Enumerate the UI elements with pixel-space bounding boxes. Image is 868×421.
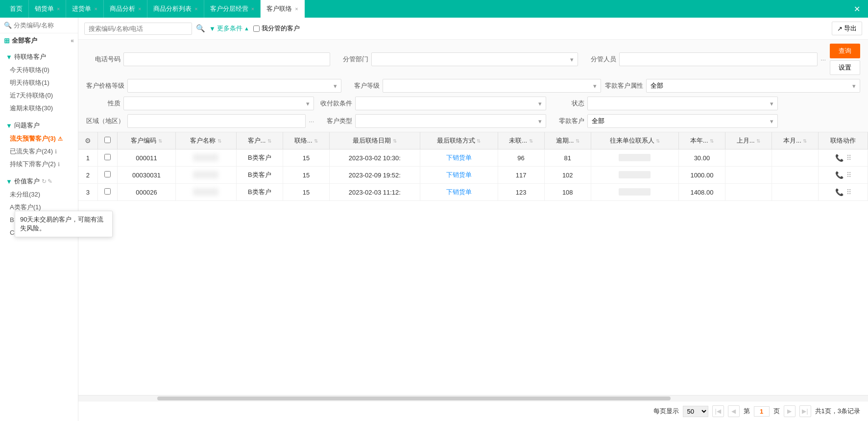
sidebar-item-churn-warning[interactable]: 流失预警客户(3) ⚠ [0,132,78,145]
customer-type-select[interactable]: ▾ [355,114,546,128]
last-page-btn[interactable]: ▶| [799,405,811,417]
filter-actions: 查询 设置 [830,44,860,75]
col-year-amount[interactable]: 本年... ⇅ [678,132,725,149]
dept-select[interactable]: ▾ [371,52,578,66]
close-sales-tab[interactable]: × [57,6,60,12]
col-last-month[interactable]: 上月... ⇅ [725,132,772,149]
tab-customer-layer[interactable]: 客户分层经营 × [204,0,261,18]
action-contact-icon[interactable]: 📞 [835,188,844,196]
my-customers-checkbox-label[interactable]: 我分管的客户 [253,24,300,33]
phone-input[interactable] [123,52,330,66]
row-select-checkbox[interactable] [104,171,111,177]
col-last-method[interactable]: 最后联络方式 ⇅ [420,132,498,149]
per-page-select[interactable]: 50 100 200 [683,406,708,417]
price-level-select[interactable]: ▾ [127,79,341,93]
col-type[interactable]: 客户... ⇅ [236,132,283,149]
row-checkbox[interactable] [97,149,117,167]
value-group-label: 价值客户 [14,177,40,186]
next-page-btn[interactable]: ▶ [784,405,796,417]
col-contact-person[interactable]: 往来单位联系人 ⇅ [591,132,678,149]
action-contact-icon[interactable]: 📞 [835,154,844,162]
col-name[interactable]: 客户名称 ⇅ [175,132,236,149]
select-all-checkbox[interactable] [104,137,111,143]
col-this-month[interactable]: 本月... ⇅ [772,132,819,149]
payment-select[interactable]: ▾ [355,97,546,110]
region-input[interactable] [127,114,306,128]
col-code[interactable]: 客户编码 ⇅ [118,132,176,149]
sidebar-item-tomorrow[interactable]: 明天待联络(1) [0,76,78,89]
customer-level-select[interactable]: ▾ [383,79,601,93]
gear-button[interactable]: ⚙ [85,137,91,145]
tab-customer-contact[interactable]: 客户联络 × [261,0,304,18]
phone-label: 电话号码 [86,55,121,64]
sidebar-group-value-header[interactable]: ▼ 价值客户 ↻ ✎ [0,174,78,188]
action-more-icon[interactable]: ⠿ [846,188,851,196]
gender-select[interactable]: ▾ [123,97,314,110]
row-checkbox[interactable] [97,184,117,201]
main-layout: 🔍 ⊞ 全部客户 « ▼ 待联络客户 今天待联络(0) 明天待联络(1) 近7天… [0,18,868,421]
first-page-btn[interactable]: |◀ [712,405,724,417]
tab-home[interactable]: 首页 [4,0,29,18]
col-settings[interactable]: ⚙ [78,132,97,149]
close-purchase-tab[interactable]: × [94,6,97,12]
sidebar-item-declining[interactable]: 持续下滑客户(2) ℹ [0,158,78,171]
tab-analysis-list[interactable]: 商品分析列表 × [147,0,204,18]
action-contact-icon[interactable]: 📞 [835,171,844,179]
row-type: B类客户 [236,149,283,167]
sidebar-item-ungroup[interactable]: 未分组(32) [0,188,78,201]
collapse-button[interactable]: « [71,37,74,44]
row-select-checkbox[interactable] [104,154,111,160]
col-uncontact[interactable]: 未联... ⇅ [498,132,544,149]
more-filter-button[interactable]: ▼ 更多条件 ▲ [209,24,249,33]
col-contact-count[interactable]: 联络... ⇅ [283,132,329,149]
zero-customer-select[interactable]: 全部 ▾ [587,114,778,128]
row-contact-person: 联系人模糊 [591,149,678,167]
my-customers-checkbox[interactable] [253,25,260,32]
payment-label: 收付款条件 [318,99,352,108]
edit-icon[interactable]: ✎ [48,178,52,185]
window-close-btn[interactable]: ✕ [854,4,864,14]
action-more-icon[interactable]: ⠿ [846,154,851,162]
sidebar-item-churned[interactable]: 已流失客户(24) ℹ [0,145,78,158]
sidebar-all-customers[interactable]: ⊞ 全部客户 « [0,33,78,48]
close-customer-layer-tab[interactable]: × [251,6,254,12]
scroll-thumb[interactable] [157,396,671,400]
row-checkbox[interactable] [97,167,117,184]
page-number-input[interactable] [754,406,770,417]
close-analysis-list-tab[interactable]: × [194,6,197,12]
tab-purchase[interactable]: 进货单 × [66,0,103,18]
zero-attr-select[interactable]: 全部 ▾ [646,79,860,93]
row-last-method[interactable]: 下销货单 [420,167,498,184]
tab-analysis[interactable]: 商品分析 × [104,0,147,18]
action-more-icon[interactable]: ⠿ [846,171,851,179]
row-last-method[interactable]: 下销货单 [420,184,498,201]
sort-type-icon: ⇅ [267,138,271,144]
row-last-date: 2023-02-03 11:12: [330,184,420,201]
sidebar-group-waiting-header[interactable]: ▼ 待联络客户 [0,50,78,64]
horizontal-scrollbar[interactable] [78,395,868,401]
sidebar-item-week[interactable]: 近7天待联络(0) [0,89,78,102]
settings-button[interactable]: 设置 [830,60,860,75]
refresh-icon[interactable]: ↻ [42,178,47,185]
close-customer-contact-tab[interactable]: × [295,6,298,12]
row-select-checkbox[interactable] [104,188,111,195]
row-last-method[interactable]: 下销货单 [420,149,498,167]
manager-input[interactable] [619,52,818,66]
col-last-date[interactable]: 最后联络日期 ⇅ [330,132,420,149]
tab-sales[interactable]: 销货单 × [29,0,66,18]
region-dots[interactable]: ··· [309,118,314,125]
search-input[interactable] [84,23,192,35]
col-overdue[interactable]: 逾期... ⇅ [544,132,591,149]
sidebar-group-problem-header[interactable]: ▼ 问题客户 [0,119,78,132]
status-select[interactable]: ▾ [587,97,778,110]
close-analysis-tab[interactable]: × [138,6,141,12]
col-checkbox [97,132,117,149]
export-button[interactable]: ↗ 导出 [832,22,862,35]
sidebar-item-today[interactable]: 今天待联络(0) [0,64,78,76]
sidebar-item-overdue[interactable]: 逾期未联络(30) [0,102,78,115]
sidebar-search-input[interactable] [14,22,74,29]
query-button[interactable]: 查询 [830,44,860,58]
manager-dots[interactable]: ··· [820,56,826,63]
search-button[interactable]: 🔍 [196,24,205,33]
prev-page-btn[interactable]: ◀ [728,405,740,417]
